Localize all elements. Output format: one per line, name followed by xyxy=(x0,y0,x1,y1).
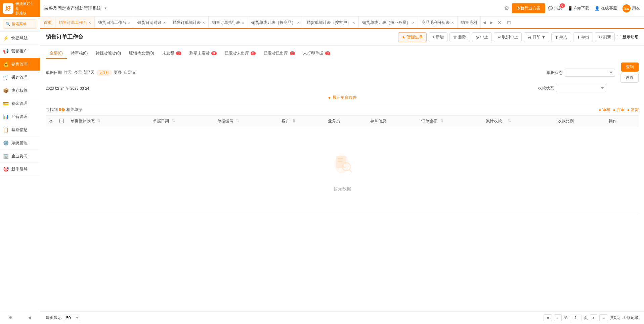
show-detail-checkbox-label[interactable]: 显示明细 xyxy=(617,34,639,40)
filter-date-yesterday[interactable]: 昨天 xyxy=(64,70,72,76)
page-first-button[interactable]: « xyxy=(544,314,552,321)
user-menu[interactable]: Ea 用友 xyxy=(622,4,640,12)
filter-date-1month[interactable]: 近1月 xyxy=(96,70,112,76)
sort-number-icon[interactable]: ⇅ xyxy=(236,119,239,123)
system-title-dropdown-icon[interactable]: ▼ xyxy=(104,6,107,10)
sub-tab-all[interactable]: 全部(0) xyxy=(46,48,67,59)
add-button[interactable]: + 新增 xyxy=(429,32,447,42)
expand-conditions-button[interactable]: ▼ 展开更多条件 xyxy=(328,95,357,100)
sub-tab-not-shipped[interactable]: 未发货 0 xyxy=(158,48,185,59)
filter-date-today[interactable]: 今天 xyxy=(74,70,82,76)
tab-close-sales-exec[interactable]: ✕ xyxy=(242,21,244,25)
tab-sales-exec[interactable]: 销售订单执行表 ✕ xyxy=(209,17,248,28)
solution-button[interactable]: 体验行业方案 xyxy=(512,3,545,13)
col-header-staff[interactable]: 业务员 xyxy=(325,116,367,127)
sub-tab-pending-inspect[interactable]: 待拣货验货(0) xyxy=(92,48,125,59)
filter-status-select[interactable] xyxy=(565,69,615,77)
sidebar-item-inventory[interactable]: 📦 库存核算 xyxy=(0,84,40,97)
sub-tab-overdue[interactable]: 到期未发货 0 xyxy=(185,48,221,59)
batch-review-button[interactable]: ● 审核 xyxy=(599,107,610,113)
sort-status-icon[interactable]: ⇅ xyxy=(97,119,100,123)
sub-tab-shipped-not-warehoused[interactable]: 已发货未出库 0 xyxy=(221,48,260,59)
tab-sales-summary-customer[interactable]: 销货单统计表（按客户） ✕ xyxy=(303,17,359,28)
app-download-button[interactable]: 📱 App下载 xyxy=(568,5,589,11)
tab-sales-summary-staff[interactable]: 销货单统计表（按业务员） ✕ xyxy=(359,17,418,28)
message-button[interactable]: 💬 消息 6 xyxy=(548,5,562,11)
batch-ship-button[interactable]: ● 发货 xyxy=(627,107,639,113)
col-header-amount[interactable]: 订单金额 ⇅ xyxy=(418,116,482,127)
page-number-input[interactable] xyxy=(570,315,582,321)
sidebar-collapse-button[interactable]: ◀ xyxy=(22,314,38,321)
sidebar-item-newbie[interactable]: 🎯 新手引导 xyxy=(0,163,40,176)
filter-date-more[interactable]: 更多 xyxy=(114,70,122,76)
page-prev-button[interactable]: ‹ xyxy=(554,314,561,321)
page-next-button[interactable]: › xyxy=(590,314,597,321)
sidebar-item-enterprise[interactable]: 🏢 企业协同 xyxy=(0,150,40,163)
smart-create-button[interactable]: ★ 智能生单 xyxy=(398,32,427,42)
tab-scroll-left[interactable]: ◀ xyxy=(481,17,488,28)
tab-close-sales-summary-customer[interactable]: ✕ xyxy=(352,21,355,25)
tab-sales-order[interactable]: 销售订单工作台 ✕ xyxy=(55,17,95,29)
tab-sales-stats[interactable]: 销售订单统计表 ✕ xyxy=(169,17,209,28)
filter-date-custom[interactable]: 自定义 xyxy=(124,70,136,76)
import-button[interactable]: ⬆ 导入 xyxy=(551,32,571,42)
page-last-button[interactable]: » xyxy=(599,314,608,321)
tab-close-all[interactable]: ✕ xyxy=(495,17,504,28)
show-detail-checkbox[interactable] xyxy=(617,35,621,39)
col-header-number[interactable]: 单据编号 ⇅ xyxy=(214,116,278,127)
sort-date-icon[interactable]: ⇅ xyxy=(172,119,175,123)
tab-close-sales-summary-staff[interactable]: ✕ xyxy=(412,21,415,25)
sub-tab-wangpu[interactable]: 旺铺待发货(0) xyxy=(125,48,158,59)
col-header-abnormal[interactable]: 异常信息 xyxy=(367,116,418,127)
refresh-button[interactable]: ↻ 刷新 xyxy=(595,32,615,42)
tab-close-cash-reconcile[interactable]: ✕ xyxy=(163,21,166,25)
print-button[interactable]: 🖨 打印 ▼ xyxy=(524,32,549,42)
tab-close-cash-daily[interactable]: ✕ xyxy=(128,21,130,25)
tab-cash-reconcile[interactable]: 钱货日清对账 ✕ xyxy=(134,17,169,28)
search-menu-button[interactable]: 🔍 搜索菜单 xyxy=(3,19,37,29)
cancel-stop-button[interactable]: ↩ 取消中止 xyxy=(494,32,522,42)
col-header-customer[interactable]: 客户 ⇅ xyxy=(278,116,325,127)
batch-cancel-review-button[interactable]: ● 弃审 xyxy=(613,107,625,113)
col-header-status[interactable]: 单据整体状态 ⇅ xyxy=(67,116,149,127)
sort-amount-icon[interactable]: ⇅ xyxy=(440,119,443,123)
page-size-select[interactable]: 50 100 200 xyxy=(64,315,80,321)
export-button[interactable]: ⬇ 导出 xyxy=(573,32,593,42)
sidebar-item-operations[interactable]: 📊 经营管理 xyxy=(0,110,40,123)
online-service-button[interactable]: 👤 在线客服 xyxy=(595,5,617,11)
sidebar-item-basic[interactable]: 📋 基础信息 xyxy=(0,123,40,136)
tab-home[interactable]: 首页 xyxy=(40,17,55,28)
sidebar-item-finance[interactable]: 💳 资金管理 xyxy=(0,97,40,110)
tab-cash-daily[interactable]: 钱货日清工作台 ✕ xyxy=(95,17,134,28)
sub-tab-not-printed[interactable]: 未打印单据 0 xyxy=(299,48,334,59)
tab-expand[interactable]: ⊡ xyxy=(504,17,514,28)
tab-scroll-right[interactable]: ▶ xyxy=(488,17,495,28)
stop-button[interactable]: ⊘ 中止 xyxy=(472,32,492,42)
sidebar-item-quick-nav[interactable]: ⚡ 快捷导航 xyxy=(0,32,40,45)
filter-collection-select[interactable] xyxy=(556,84,606,92)
col-header-ratio[interactable]: 收款比例 xyxy=(554,116,606,127)
sort-customer-icon[interactable]: ⇅ xyxy=(292,119,296,123)
sub-tab-shipped-warehoused[interactable]: 已发货已出库 0 xyxy=(260,48,299,59)
settings-gear-icon[interactable]: ⚙ xyxy=(504,5,509,11)
col-header-collected[interactable]: 累计收款... ⇅ xyxy=(482,116,554,127)
sidebar-settings-button[interactable]: ⚙ xyxy=(3,314,19,321)
sort-collected-icon[interactable]: ⇅ xyxy=(508,119,511,123)
delete-button[interactable]: 🗑 删除 xyxy=(449,32,470,42)
sidebar-item-marketing[interactable]: 📢 营销推广 xyxy=(0,45,40,58)
col-header-date[interactable]: 单据日期 ⇅ xyxy=(149,116,214,127)
select-all-checkbox[interactable] xyxy=(59,119,64,123)
sidebar-item-system[interactable]: ⚙️ 系统管理 xyxy=(0,136,40,150)
tab-close-product-margin[interactable]: ✕ xyxy=(451,21,454,25)
query-button[interactable]: 查询 xyxy=(621,63,639,72)
filter-date-7days[interactable]: 近7天 xyxy=(84,70,94,76)
tab-sales-profit[interactable]: 销售毛利 xyxy=(458,17,481,28)
tab-close-sales-stats[interactable]: ✕ xyxy=(202,21,205,25)
sub-tab-pending-review[interactable]: 待审核(0) xyxy=(67,48,92,59)
sidebar-item-purchase[interactable]: 🛒 采购管理 xyxy=(0,71,40,84)
sidebar-item-sales[interactable]: 💰 销售管理 xyxy=(0,58,40,71)
tab-sales-summary-product[interactable]: 销货单统计表（按商品） ✕ xyxy=(248,17,303,28)
tab-product-margin[interactable]: 商品毛利分析表 ✕ xyxy=(418,17,458,28)
tab-close-sales-order[interactable]: ✕ xyxy=(88,21,91,25)
setting-button[interactable]: 设置 xyxy=(620,73,639,83)
